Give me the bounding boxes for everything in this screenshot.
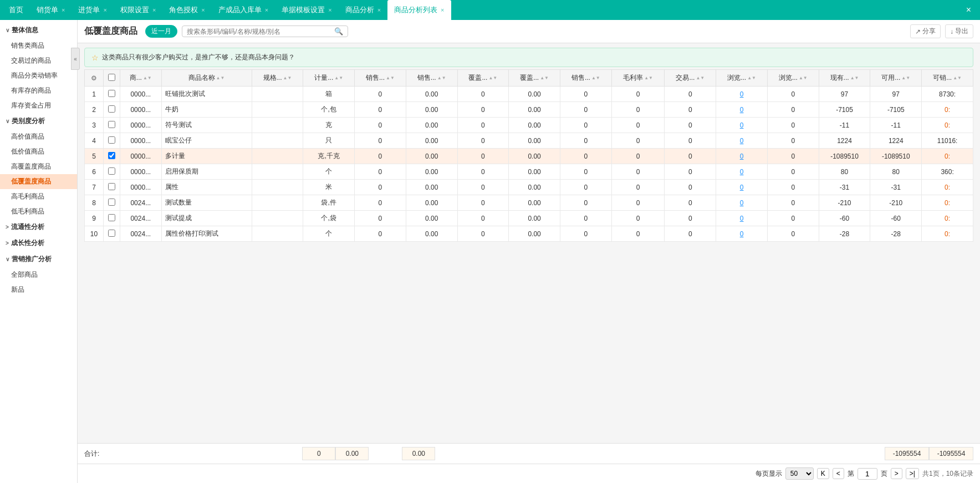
nav-tab-production-close[interactable]: × xyxy=(265,7,268,13)
sidebar-item-high-value[interactable]: 高价值商品 xyxy=(0,129,77,144)
sidebar-section-marketing[interactable]: ∨ 营销推广分析 xyxy=(0,251,77,267)
row-browse1[interactable]: 0 xyxy=(716,226,768,242)
nav-tab-sales[interactable]: 销货单 × xyxy=(30,0,72,20)
col-browse2-sort[interactable]: ▲▼ xyxy=(799,75,808,80)
sidebar-item-category-turnover[interactable]: 商品分类动销率 xyxy=(0,68,77,83)
row-coverage2: 0.00 xyxy=(509,87,560,102)
last-page-button[interactable]: >| xyxy=(906,468,919,479)
col-name-sort[interactable]: ▲▼ xyxy=(216,75,225,80)
sidebar-collapse-button[interactable]: « xyxy=(71,48,80,70)
col-coverage2-sort[interactable]: ▲▼ xyxy=(540,75,549,80)
col-available-sort[interactable]: ▲▼ xyxy=(901,75,910,80)
nav-tab-analysis[interactable]: 商品分析 × xyxy=(339,0,387,20)
nav-tab-purchase[interactable]: 进货单 × xyxy=(72,0,113,20)
nav-tab-roles[interactable]: 角色授权 × xyxy=(162,0,211,20)
row-browse1[interactable]: 0 xyxy=(716,211,768,226)
nav-tab-analysis-list[interactable]: 商品分析列表 × xyxy=(387,0,451,20)
sidebar-section-growth[interactable]: > 成长性分析 xyxy=(0,235,77,251)
col-sales-qty-sort[interactable]: ▲▼ xyxy=(386,75,395,80)
row-browse1[interactable]: 0 xyxy=(716,102,768,118)
row-checkbox[interactable] xyxy=(108,214,115,221)
row-checkbox[interactable] xyxy=(108,152,115,159)
sidebar-item-low-value[interactable]: 低价值商品 xyxy=(0,144,77,159)
col-sellable: 可销...▲▼ xyxy=(922,70,973,87)
row-checkbox[interactable] xyxy=(108,183,115,190)
nav-tab-roles-close[interactable]: × xyxy=(201,7,205,13)
sidebar-item-traded-products[interactable]: 交易过的商品 xyxy=(0,53,77,68)
nav-tab-production[interactable]: 产成品入库单 × xyxy=(212,0,275,20)
row-browse1[interactable]: 0 xyxy=(716,118,768,133)
row-code: 0000... xyxy=(120,118,161,133)
nav-tab-templates[interactable]: 单据模板设置 × xyxy=(275,0,338,20)
search-icon[interactable]: 🔍 xyxy=(334,27,343,35)
page-size-select[interactable]: 50 20 100 xyxy=(785,467,814,480)
row-browse1[interactable]: 0 xyxy=(716,180,768,195)
first-page-button[interactable]: K xyxy=(817,468,829,479)
col-coverage1-sort[interactable]: ▲▼ xyxy=(488,75,497,80)
row-checkbox[interactable] xyxy=(108,105,115,113)
row-browse1[interactable]: 0 xyxy=(716,195,768,211)
row-checkbox[interactable] xyxy=(108,121,115,128)
row-no: 6 xyxy=(85,164,104,180)
row-browse1[interactable]: 0 xyxy=(716,149,768,164)
page-number-input[interactable] xyxy=(858,468,877,480)
nav-tab-permissions[interactable]: 权限设置 × xyxy=(114,0,162,20)
row-checkbox[interactable] xyxy=(108,136,115,144)
nav-tab-sales-close[interactable]: × xyxy=(62,7,65,13)
col-settings[interactable]: ⚙ xyxy=(85,70,104,87)
nav-tab-home[interactable]: 首页 xyxy=(2,0,30,20)
sidebar-section-circulation[interactable]: > 流通性分析 xyxy=(0,219,77,235)
row-checkbox[interactable] xyxy=(108,90,115,97)
sidebar-item-stocked-products[interactable]: 有库存的商品 xyxy=(0,83,77,98)
col-sellable-sort[interactable]: ▲▼ xyxy=(953,75,962,80)
col-current-stock-sort[interactable]: ▲▼ xyxy=(850,75,859,80)
col-unit-sort[interactable]: ▲▼ xyxy=(334,75,343,80)
col-code-sort[interactable]: ▲▼ xyxy=(143,75,152,80)
filter-recent-month-button[interactable]: 近一月 xyxy=(145,25,177,38)
row-checkbox[interactable] xyxy=(108,230,115,237)
row-checkbox[interactable] xyxy=(108,199,115,206)
col-spec-sort[interactable]: ▲▼ xyxy=(283,75,292,80)
sidebar-item-low-margin[interactable]: 低毛利商品 xyxy=(0,204,77,219)
nav-tab-analysis-close[interactable]: × xyxy=(377,7,381,13)
row-code: 0000... xyxy=(120,87,161,102)
row-browse1[interactable]: 0 xyxy=(716,87,768,102)
export-button[interactable]: ↓ 导出 xyxy=(945,24,973,38)
sidebar-item-high-margin[interactable]: 高毛利商品 xyxy=(0,189,77,204)
prev-page-button[interactable]: < xyxy=(833,468,844,479)
row-browse1[interactable]: 0 xyxy=(716,133,768,149)
settings-icon[interactable]: ⚙ xyxy=(91,74,97,82)
col-transaction-sort[interactable]: ▲▼ xyxy=(696,75,705,80)
table-row: 4 0000... 眠宝公仔 只 0 0.00 0 0.00 0 0 0 0 0… xyxy=(85,133,973,149)
row-current-stock: -1089510 xyxy=(819,149,870,164)
nav-tab-templates-close[interactable]: × xyxy=(328,7,331,13)
sidebar-section-overall[interactable]: ∨ 整体信息 xyxy=(0,22,77,38)
sidebar-item-inventory-capital[interactable]: 库存资金占用 xyxy=(0,98,77,113)
row-unit: 米 xyxy=(303,180,355,195)
nav-tab-analysis-list-close[interactable]: × xyxy=(441,7,444,13)
sidebar-item-sales-products[interactable]: 销售类商品 xyxy=(0,38,77,53)
select-all-checkbox[interactable] xyxy=(108,74,115,81)
col-name-label: 商品名称 xyxy=(188,74,215,82)
nav-close-all-button[interactable]: × xyxy=(959,5,978,15)
nav-tab-purchase-close[interactable]: × xyxy=(103,7,106,13)
row-sales-cnt: 0 xyxy=(560,149,611,164)
sidebar-item-new-products[interactable]: 新品 xyxy=(0,282,77,297)
sidebar-section-category[interactable]: ∨ 类别度分析 xyxy=(0,113,77,129)
next-page-button[interactable]: > xyxy=(891,468,902,479)
sidebar-item-all-products[interactable]: 全部商品 xyxy=(0,267,77,282)
col-gross-margin-sort[interactable]: ▲▼ xyxy=(644,75,653,80)
col-transaction-label: 交易... xyxy=(676,74,695,82)
row-checkbox[interactable] xyxy=(108,167,115,175)
col-browse1-sort[interactable]: ▲▼ xyxy=(747,75,756,80)
row-name: 眠宝公仔 xyxy=(161,133,252,149)
col-sales-amt-sort[interactable]: ▲▼ xyxy=(437,75,446,80)
col-sales-cnt-sort[interactable]: ▲▼ xyxy=(591,75,600,80)
search-input[interactable] xyxy=(187,28,332,35)
row-browse1[interactable]: 0 xyxy=(716,164,768,180)
nav-tab-permissions-close[interactable]: × xyxy=(152,7,156,13)
col-sales-qty: 销售...▲▼ xyxy=(355,70,406,87)
sidebar-item-high-coverage[interactable]: 高覆盖度商品 xyxy=(0,159,77,174)
share-button[interactable]: ↗ 分享 xyxy=(910,24,941,38)
sidebar-item-low-coverage[interactable]: 低覆盖度商品 xyxy=(0,174,77,189)
